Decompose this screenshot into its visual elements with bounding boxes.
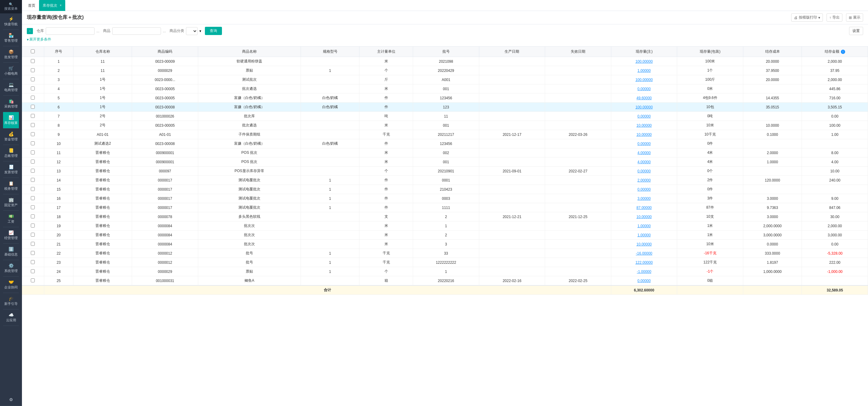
row-checkbox-12[interactable]: [22, 167, 44, 176]
sidebar-item-purchase[interactable]: 🛍️ 采购管理: [3, 96, 19, 112]
row-checkbox-15[interactable]: [22, 194, 44, 203]
collapse-arrow[interactable]: ›: [27, 28, 33, 34]
sidebar-item-corp[interactable]: 🤝 企业协同: [3, 276, 19, 293]
search-btn[interactable]: 查询: [205, 27, 222, 35]
cell-qty-main[interactable]: 3.00000: [611, 194, 677, 203]
row-checkbox-11[interactable]: [22, 158, 44, 167]
sidebar-item-wholesale[interactable]: 📦 批发管理: [3, 46, 19, 63]
sidebar-item-ops[interactable]: 📈 经营管理: [3, 227, 19, 244]
cell-qty-main[interactable]: 4.00000: [611, 148, 677, 158]
sidebar-item-quick-nav[interactable]: ⚡ 快捷导航: [3, 13, 19, 30]
table-row[interactable]: 12 晋睿粮仓 000900001 POS 批次 米 001 4.00000 4…: [22, 158, 868, 167]
cell-qty-main[interactable]: 49.60000: [611, 94, 677, 103]
sidebar-item-newbie[interactable]: 🎓 新手引导: [3, 293, 19, 309]
table-row[interactable]: 24 晋睿粮仓 0000029 票贴 1 个 1 -1.00000 -1个 1,…: [22, 267, 868, 276]
row-checkbox-22[interactable]: [22, 258, 44, 267]
table-row[interactable]: 16 晋睿粮仓 0000017 测试电覆批次 1 件 0003 3.00000 …: [22, 194, 868, 203]
table-row[interactable]: 11 晋睿粮仓 000900001 POS 批次 米 002 4.00000 4…: [22, 148, 868, 158]
cell-qty-main[interactable]: 100.00000: [611, 75, 677, 84]
sidebar-item-assets[interactable]: 💰 资金管理: [3, 129, 19, 145]
cell-qty-main[interactable]: 4.00000: [611, 158, 677, 167]
sidebar-item-retail[interactable]: 🏪 零售管理: [3, 30, 19, 46]
cell-qty-main[interactable]: 87.00000: [611, 203, 677, 212]
cell-qty-main[interactable]: 1.00000: [611, 66, 677, 75]
sidebar-item-ecom[interactable]: 💻 电商管理: [3, 79, 19, 96]
table-row[interactable]: 10 测试遴选2 0023-00008 富嫌（白色/奶橘） 白色/奶橘 件 12…: [22, 139, 868, 148]
sidebar-item-small-ecom[interactable]: 🛒 小额电商: [3, 63, 19, 79]
table-row[interactable]: 5 1号 0023-00005 富嫌（白色/奶橘） 白色/奶橘 件 123456…: [22, 94, 868, 103]
cell-qty-main[interactable]: 10.00000: [611, 212, 677, 222]
table-row[interactable]: 13 晋睿粮仓 000097 POS显示库存异常 个 20210901 2021…: [22, 167, 868, 176]
print-btn[interactable]: 🖨 按模版打印 ▾: [791, 13, 823, 22]
sidebar-item-fixed-assets[interactable]: 🏢 固定资产: [3, 194, 19, 211]
row-checkbox-16[interactable]: [22, 203, 44, 212]
expand-btn[interactable]: ⊞ 展示: [846, 13, 863, 22]
row-checkbox-6[interactable]: [22, 112, 44, 121]
row-checkbox-13[interactable]: [22, 176, 44, 185]
row-checkbox-18[interactable]: [22, 222, 44, 231]
table-row[interactable]: 19 晋睿粮仓 0000084 批次次 米 1 1.00000 1米 2,000…: [22, 222, 868, 231]
table-row[interactable]: 9 A01-01 A01-01 子件保质期组 千克 20211217 2021-…: [22, 130, 868, 139]
sidebar-item-tax[interactable]: 📋 税务管理: [3, 178, 19, 194]
sidebar-search[interactable]: 🔍 搜索菜单: [0, 0, 22, 13]
tab-home[interactable]: 首页: [24, 0, 39, 11]
export-btn[interactable]: ↑ 导出: [827, 13, 842, 22]
table-row[interactable]: 22 晋睿粮仓 0000012 批号 1 千克 33 -16.00000 -16…: [22, 249, 868, 258]
sidebar-item-system[interactable]: ⚙️ 系统管理: [3, 260, 19, 276]
tab-close-btn[interactable]: ×: [60, 0, 62, 11]
cell-qty-main[interactable]: -1.00000: [611, 267, 677, 276]
product-input[interactable]: [112, 27, 161, 35]
sidebar-item-invoice[interactable]: 🧾 发票管理: [3, 162, 19, 178]
cell-qty-main[interactable]: 122.00000: [611, 258, 677, 267]
row-checkbox-19[interactable]: [22, 231, 44, 240]
cell-qty-main[interactable]: 0.00000: [611, 167, 677, 176]
row-checkbox-24[interactable]: [22, 276, 44, 286]
row-checkbox-14[interactable]: [22, 185, 44, 194]
sidebar-item-inventory[interactable]: 📊 库存核算: [3, 112, 19, 129]
table-row[interactable]: 20 晋睿粮仓 0000084 批次次 米 2 1.00000 1米 3,000…: [22, 231, 868, 240]
table-row[interactable]: 18 晋睿粮仓 0000078 多头黑色软线 支 2 2021-12-21 20…: [22, 212, 868, 222]
cell-qty-main[interactable]: 10.00000: [611, 121, 677, 130]
table-row[interactable]: 4 1号 0023-00005 批次遴选 米 001 0.00000 0米 44…: [22, 84, 868, 94]
cell-qty-main[interactable]: 1.00000: [611, 231, 677, 240]
row-checkbox-5[interactable]: [22, 103, 44, 112]
row-checkbox-21[interactable]: [22, 249, 44, 258]
row-checkbox-3[interactable]: [22, 84, 44, 94]
cell-qty-main[interactable]: -16.00000: [611, 249, 677, 258]
cell-qty-main[interactable]: 100.00000: [611, 57, 677, 66]
row-checkbox-1[interactable]: [22, 66, 44, 75]
sidebar-item-basic[interactable]: ℹ️ 基础信息: [3, 244, 19, 260]
table-row[interactable]: 1 11 0023-00009 软硬通用粉饼盖 米 2021098 100.00…: [22, 57, 868, 66]
cell-qty-main[interactable]: 100.00000: [611, 103, 677, 112]
tab-inventory-batch[interactable]: 库存批次 ×: [39, 0, 65, 11]
cell-qty-main[interactable]: 10.00000: [611, 130, 677, 139]
sidebar-item-settings[interactable]: ⚙: [0, 394, 22, 406]
col-checkbox[interactable]: [22, 46, 44, 57]
select-all-checkbox[interactable]: [31, 49, 35, 53]
row-checkbox-7[interactable]: [22, 121, 44, 130]
row-checkbox-8[interactable]: [22, 130, 44, 139]
category-select[interactable]: [186, 27, 197, 35]
table-row[interactable]: 21 晋睿粮仓 0000084 批次次 米 3 10.00000 10米 0.0…: [22, 240, 868, 249]
table-container[interactable]: 序号 仓库名称 商品编码 商品名称 规格型号 主计量单位 批号 生产日期 失效日…: [22, 46, 868, 406]
sidebar-item-general[interactable]: 📒 总账管理: [3, 145, 19, 162]
row-checkbox-0[interactable]: [22, 57, 44, 66]
table-row[interactable]: 2 11 0000029 票贴 1 个 20220429 1.00000 1个 …: [22, 66, 868, 75]
table-row[interactable]: 25 晋睿粮仓 001000031 鲫鱼A 箱 20220216 2022-02…: [22, 276, 868, 286]
cell-qty-main[interactable]: 0.00000: [611, 84, 677, 94]
expand-conditions-btn[interactable]: ▾ 展开更多条件: [27, 37, 51, 42]
cell-qty-main[interactable]: 0.00000: [611, 112, 677, 121]
cell-qty-main[interactable]: 0.00000: [611, 185, 677, 194]
cell-qty-main[interactable]: 2.00000: [611, 176, 677, 185]
total-info-icon[interactable]: i: [841, 49, 845, 54]
sidebar-item-cloud[interactable]: ☁️ 云应用: [3, 309, 19, 326]
row-checkbox-10[interactable]: [22, 148, 44, 158]
row-checkbox-20[interactable]: [22, 240, 44, 249]
cell-qty-main[interactable]: 0.00000: [611, 139, 677, 148]
table-row[interactable]: 17 晋睿粮仓 0000017 测试电覆批次 1 件 1111 87.00000…: [22, 203, 868, 212]
cell-qty-main[interactable]: 10.00000: [611, 240, 677, 249]
table-row[interactable]: 6 1号 0023-00008 富嫌（白色/奶橘） 白色/奶橘 件 123 10…: [22, 103, 868, 112]
cell-qty-main[interactable]: 0.00000: [611, 276, 677, 286]
sidebar-item-payroll[interactable]: 💵 工资: [3, 211, 19, 227]
table-row[interactable]: 3 1号 0023-0000... 测试批次 斤 A001 100.00000 …: [22, 75, 868, 84]
